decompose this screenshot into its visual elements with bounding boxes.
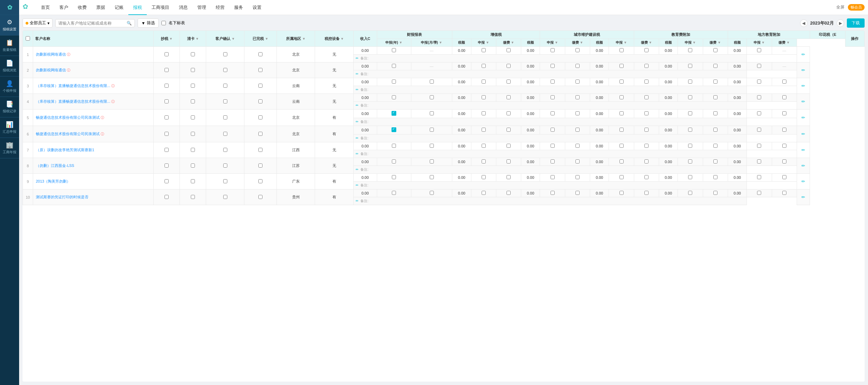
chaoshui-cell[interactable] [154, 142, 180, 158]
zengz-shen-cell[interactable] [471, 62, 496, 70]
sidebar-item-piliangbaoshui[interactable]: 📋 批量报税 [0, 35, 19, 56]
stamp-shen-cell[interactable] [747, 78, 772, 86]
qingka-cell[interactable] [180, 174, 206, 189]
city-shen-cell[interactable] [540, 126, 565, 134]
edit-icon[interactable]: ✏ [801, 179, 805, 184]
wanshui-cell[interactable] [244, 62, 277, 78]
wanshui-cell[interactable] [244, 110, 277, 126]
city-shen-cell[interactable] [540, 62, 565, 70]
confirm-cell[interactable] [206, 189, 244, 205]
caibao-month-cell[interactable] [411, 110, 452, 118]
localedu-shen-cell[interactable] [678, 94, 703, 102]
caibao-month-cell[interactable] [411, 78, 452, 86]
localedu-shen-cell[interactable] [678, 174, 703, 182]
city-jf-cell[interactable] [565, 174, 590, 182]
chaoshui-cell[interactable] [154, 47, 180, 62]
qingka-cell[interactable] [180, 158, 206, 174]
edu-jf-cell[interactable] [634, 62, 659, 70]
localedu-jf-cell[interactable] [703, 47, 728, 55]
localedu-jf-cell[interactable] [703, 142, 728, 150]
stamp-shen-cell[interactable] [747, 110, 772, 118]
caibao-year-cell[interactable] [377, 110, 411, 118]
customer-name-cell[interactable]: 勿删新税网络通信 ⓘ [33, 62, 154, 78]
edit-icon[interactable]: ✏ [801, 68, 805, 73]
zengz-shen-cell[interactable] [471, 189, 496, 197]
chaoshui-cell[interactable] [154, 158, 180, 174]
select-all-checkbox[interactable] [26, 36, 30, 41]
zengz-jf-cell[interactable] [496, 189, 521, 197]
edit-remark-icon[interactable]: ✏ [356, 136, 358, 140]
zengz-shen-cell[interactable] [471, 78, 496, 86]
confirm-cell[interactable] [206, 62, 244, 78]
localedu-jf-cell[interactable] [703, 94, 728, 102]
city-jf-cell[interactable] [565, 47, 590, 55]
caibao-year-cell[interactable] [377, 62, 411, 70]
nav-shoufei[interactable]: 收费 [73, 0, 91, 15]
stamp-shen-cell[interactable] [747, 189, 772, 197]
customer-name-cell[interactable]: （勿删）江西股金-LSS [33, 158, 154, 174]
zengz-jf-cell[interactable] [496, 126, 521, 134]
city-shen-cell[interactable] [540, 189, 565, 197]
edit-icon[interactable]: ✏ [801, 163, 805, 168]
stamp-shen-cell[interactable] [747, 62, 772, 70]
edu-shen-cell[interactable] [609, 62, 634, 70]
zengz-jf-cell[interactable] [496, 62, 521, 70]
edit-icon[interactable]: ✏ [801, 83, 805, 88]
customer-name-cell[interactable]: （库存核算）直播畅捷通信息技术股份有限... ⓘ [33, 94, 154, 110]
download-btn[interactable]: 下载 [847, 18, 865, 28]
stamp-shen-cell[interactable] [747, 47, 772, 55]
edit-icon[interactable]: ✏ [801, 147, 805, 153]
next-month-btn[interactable]: ▶ [837, 19, 844, 27]
caibao-month-cell[interactable]: — [411, 62, 452, 70]
localedu-jf-cell[interactable] [703, 126, 728, 134]
localedu-jf-cell[interactable] [703, 62, 728, 70]
city-jf-cell[interactable] [565, 126, 590, 134]
caibao-year-cell[interactable] [377, 47, 411, 55]
edu-shen-cell[interactable] [609, 110, 634, 118]
confirm-cell[interactable] [206, 142, 244, 158]
caibao-year-cell[interactable] [377, 158, 411, 166]
customer-name-cell[interactable]: 2013（陶美芳勿删） [33, 174, 154, 189]
nav-customer[interactable]: 客户 [55, 0, 73, 15]
sidebar-item-geshen[interactable]: 👤 个税申报 [0, 76, 19, 97]
zengz-shen-cell[interactable] [471, 142, 496, 150]
edit-remark-icon[interactable]: ✏ [356, 88, 358, 91]
stamp-shen-cell[interactable] [747, 142, 772, 150]
edu-jf-cell[interactable] [634, 78, 659, 86]
stamp-jf-cell[interactable] [772, 110, 797, 118]
chaoshui-cell[interactable] [154, 126, 180, 142]
stamp-shen-cell[interactable] [747, 174, 772, 182]
qingka-cell[interactable] [180, 62, 206, 78]
ops-cell[interactable]: ✏ [797, 189, 810, 205]
stamp-jf-cell[interactable] [772, 78, 797, 86]
wanshui-cell[interactable] [244, 126, 277, 142]
caibao-year-cell[interactable] [377, 174, 411, 182]
city-jf-cell[interactable] [565, 189, 590, 197]
edit-remark-icon[interactable]: ✏ [356, 56, 358, 60]
chaoshui-cell[interactable] [154, 189, 180, 205]
wanshui-cell[interactable] [244, 94, 277, 110]
search-input[interactable] [56, 19, 124, 27]
caibao-month-cell[interactable] [411, 126, 452, 134]
city-shen-cell[interactable] [540, 94, 565, 102]
zengz-shen-cell[interactable] [471, 174, 496, 182]
nav-piaoju[interactable]: 票据 [91, 0, 110, 15]
chaoshui-cell[interactable] [154, 94, 180, 110]
zengz-jf-cell[interactable] [496, 142, 521, 150]
chaoshui-cell[interactable] [154, 174, 180, 189]
caibao-year-cell[interactable] [377, 78, 411, 86]
edu-jf-cell[interactable] [634, 110, 659, 118]
edit-remark-icon[interactable]: ✏ [356, 72, 358, 76]
wanshui-cell[interactable] [244, 189, 277, 205]
chaoshui-cell[interactable] [154, 62, 180, 78]
edu-shen-cell[interactable] [609, 78, 634, 86]
localedu-jf-cell[interactable] [703, 174, 728, 182]
localedu-jf-cell[interactable] [703, 158, 728, 166]
localedu-shen-cell[interactable] [678, 110, 703, 118]
edu-shen-cell[interactable] [609, 142, 634, 150]
nav-jingying[interactable]: 经营 [211, 0, 229, 15]
edu-jf-cell[interactable] [634, 174, 659, 182]
localedu-shen-cell[interactable] [678, 158, 703, 166]
edu-jf-cell[interactable] [634, 126, 659, 134]
localedu-jf-cell[interactable] [703, 78, 728, 86]
